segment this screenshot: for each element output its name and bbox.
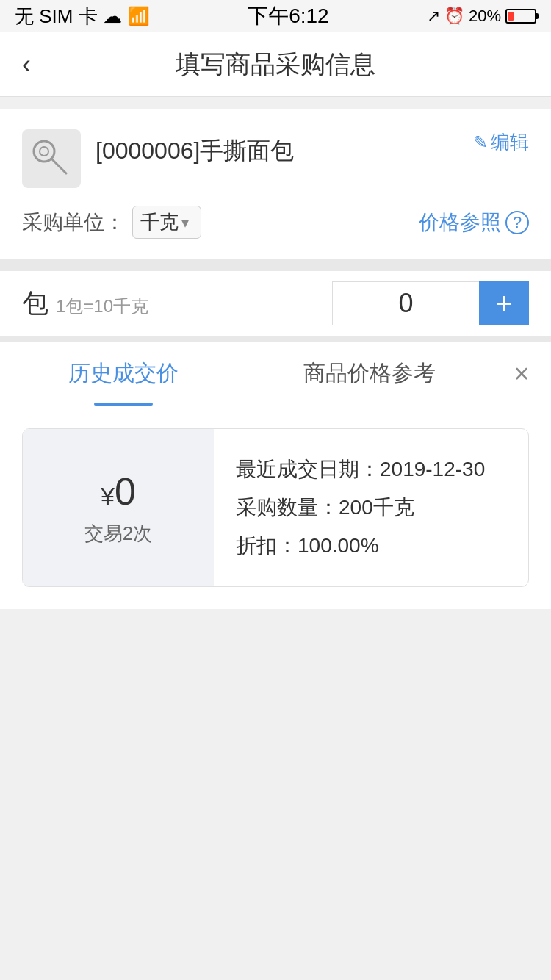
page-header: ‹ 填写商品采购信息 xyxy=(0,32,551,97)
tab-active-indicator xyxy=(94,403,153,406)
discount-value: 100.00% xyxy=(298,534,379,557)
product-image xyxy=(22,129,81,188)
qty-label: 采购数量： xyxy=(236,496,339,519)
section-divider-1 xyxy=(0,259,551,271)
battery-icon xyxy=(505,9,536,24)
battery-percent: 20% xyxy=(469,7,501,26)
history-price-value: ¥0 xyxy=(101,469,136,514)
alarm-icon: ⏰ xyxy=(444,7,464,26)
status-right: ↗ ⏰ 20% xyxy=(427,7,536,26)
product-unit-row: 采购单位： 千克 ▾ 价格参照 ? xyxy=(22,206,529,239)
signal-text: 无 SIM 卡 ☁ xyxy=(15,4,122,29)
quantity-conversion: 1包=10千克 xyxy=(56,295,148,318)
battery-fill xyxy=(508,12,514,21)
edit-label: 编辑 xyxy=(491,129,529,155)
discount-label: 折扣： xyxy=(236,534,298,557)
history-discount-row: 折扣：100.00% xyxy=(236,532,506,560)
price-reference-button[interactable]: 价格参照 ? xyxy=(419,209,529,237)
history-content: ¥0 交易2次 最近成交日期：2019-12-30 采购数量：200千克 折扣：… xyxy=(0,406,551,609)
help-icon: ? xyxy=(505,211,529,234)
tab-history-label: 历史成交价 xyxy=(68,359,179,389)
qty-value: 200千克 xyxy=(339,496,414,519)
history-card: ¥0 交易2次 最近成交日期：2019-12-30 采购数量：200千克 折扣：… xyxy=(22,428,529,587)
unit-label: 采购单位： xyxy=(22,209,125,237)
product-name: [0000006]手撕面包 xyxy=(96,129,294,167)
dropdown-arrow-icon: ▾ xyxy=(181,214,189,231)
back-button[interactable]: ‹ xyxy=(22,49,31,80)
tab-close-button[interactable]: × xyxy=(492,359,551,389)
history-price-panel: ¥0 交易2次 xyxy=(23,429,214,586)
edit-icon: ✎ xyxy=(473,132,488,153)
history-qty-row: 采购数量：200千克 xyxy=(236,494,506,522)
tabs-section: 历史成交价 商品价格参考 × ¥0 交易2次 最近成交日期：2019-12-30… xyxy=(0,342,551,609)
unit-value: 千克 xyxy=(140,209,179,235)
quantity-row: 包 1包=10千克 + xyxy=(0,271,551,336)
tab-history-price[interactable]: 历史成交价 xyxy=(0,342,246,406)
status-time: 下午6:12 xyxy=(248,2,329,30)
wifi-icon: 📶 xyxy=(128,6,150,26)
date-value: 2019-12-30 xyxy=(380,458,485,480)
location-icon: ↗ xyxy=(427,7,440,26)
tab-price-ref-label: 商品价格参考 xyxy=(303,359,436,389)
date-label: 最近成交日期： xyxy=(236,458,380,480)
quantity-unit: 包 xyxy=(22,286,48,322)
product-top: [0000006]手撕面包 ✎ 编辑 xyxy=(22,129,529,188)
quantity-input[interactable] xyxy=(332,281,479,325)
page-title: 填写商品采购信息 xyxy=(176,48,375,82)
svg-point-1 xyxy=(40,147,48,156)
unit-select[interactable]: 千克 ▾ xyxy=(132,206,201,239)
status-left: 无 SIM 卡 ☁ 📶 xyxy=(15,4,150,29)
history-date-row: 最近成交日期：2019-12-30 xyxy=(236,455,506,483)
price-number: 0 xyxy=(115,470,136,513)
history-details-panel: 最近成交日期：2019-12-30 采购数量：200千克 折扣：100.00% xyxy=(214,429,528,586)
price-ref-label: 价格参照 xyxy=(419,209,501,237)
svg-line-2 xyxy=(51,159,66,173)
status-bar: 无 SIM 卡 ☁ 📶 下午6:12 ↗ ⏰ 20% xyxy=(0,0,551,32)
main-background xyxy=(0,609,551,980)
currency-symbol: ¥ xyxy=(101,482,115,510)
product-card: [0000006]手撕面包 ✎ 编辑 采购单位： 千克 ▾ 价格参照 ? xyxy=(0,109,551,259)
quantity-label: 包 1包=10千克 xyxy=(22,286,148,322)
tabs-header: 历史成交价 商品价格参考 × xyxy=(0,342,551,406)
history-count: 交易2次 xyxy=(84,521,152,547)
unit-left: 采购单位： 千克 ▾ xyxy=(22,206,201,239)
quantity-control: + xyxy=(332,281,529,325)
product-left: [0000006]手撕面包 xyxy=(22,129,294,188)
section-divider-2 xyxy=(0,336,551,342)
quantity-plus-button[interactable]: + xyxy=(479,281,529,325)
edit-button[interactable]: ✎ 编辑 xyxy=(473,129,529,155)
tab-price-reference[interactable]: 商品价格参考 xyxy=(246,342,492,406)
